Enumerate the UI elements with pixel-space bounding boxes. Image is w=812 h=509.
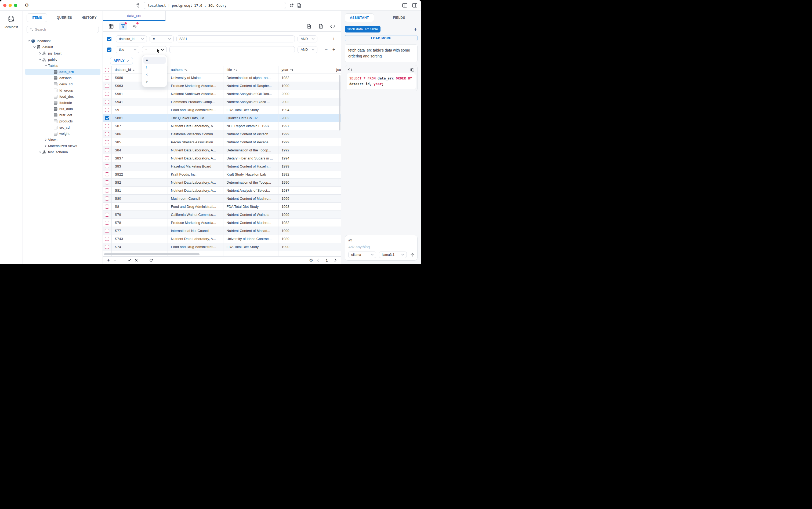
remove-row-button[interactable]: − — [113, 258, 116, 263]
tree-item-fd-group[interactable]: fd_group — [23, 87, 103, 94]
table-cell[interactable]: 1994 — [278, 106, 333, 114]
table-cell[interactable]: Quaker Oats Co. 02 — [223, 114, 278, 122]
row-checkbox[interactable] — [105, 221, 109, 225]
table-cell[interactable]: 1999 — [278, 210, 333, 218]
operator-option[interactable]: < — [143, 71, 166, 78]
load-more-button[interactable]: LOAD MORE — [345, 35, 417, 41]
table-cell[interactable]: S77 — [111, 227, 168, 235]
table-cell[interactable]: Food and Drug Administrati... — [168, 243, 223, 251]
remove-filter-2-button[interactable]: − — [324, 47, 329, 52]
row-checkbox[interactable] — [105, 245, 109, 249]
previous-page-button[interactable] — [317, 259, 319, 262]
operator-option[interactable]: = — [143, 57, 166, 64]
table-cell[interactable]: S8 — [111, 202, 168, 210]
table-row[interactable]: S9Food and Drug Administrati...FDA Total… — [103, 106, 341, 114]
table-cell[interactable]: FDA Total Diet Study — [223, 243, 278, 251]
filter-1-operator-select[interactable]: = — [149, 35, 174, 42]
tab-data-src[interactable]: data_src — [103, 11, 166, 21]
table-cell[interactable]: S74 — [111, 243, 168, 251]
tab-fields[interactable]: FIELDS — [393, 16, 405, 20]
table-cell[interactable]: S83 — [111, 162, 168, 170]
tree-item-materialized-views[interactable]: Materialized Views — [23, 143, 103, 149]
filter-2-operator-select[interactable]: = — [142, 46, 167, 53]
table-cell[interactable]: International Nut Council — [168, 227, 223, 235]
tree-item-src-cd[interactable]: src_cd — [23, 124, 103, 131]
table-cell[interactable]: National Sunflower Associa... — [168, 90, 223, 98]
table-cell[interactable]: Produce Marketing Associa... — [168, 218, 223, 227]
table-row[interactable]: S837Nutrient Data Laboratory, A...Dietar… — [103, 154, 341, 162]
sidebar-search[interactable] — [27, 26, 99, 33]
next-page-button[interactable] — [334, 259, 337, 262]
row-checkbox[interactable] — [105, 92, 109, 96]
table-cell[interactable]: S881 — [111, 114, 168, 122]
filter-1-value-input[interactable] — [176, 35, 295, 42]
table-row[interactable]: S77International Nut CouncilNutrient Con… — [103, 227, 341, 235]
export-file-icon[interactable] — [317, 22, 325, 30]
table-cell[interactable]: 1990 — [278, 81, 333, 90]
table-cell[interactable]: Kraft Study, Hazelton Lab — [223, 170, 278, 178]
page-number[interactable]: 1 — [323, 258, 331, 263]
table-cell[interactable]: Nutrient Data Laboratory, A... — [168, 178, 223, 186]
tree-item-test-schema[interactable]: test_schema — [23, 149, 103, 155]
tree-item-views[interactable]: Views — [23, 137, 103, 143]
row-checkbox[interactable] — [105, 164, 109, 168]
table-row[interactable]: S85Pecan Shellers AssociationNutrient Co… — [103, 138, 341, 146]
tree-item-data-src[interactable]: data_src — [25, 69, 100, 75]
table-cell[interactable]: S837 — [111, 154, 168, 162]
table-row[interactable]: S743Nutrient Data Laboratory, A...Univer… — [103, 235, 341, 243]
table-cell[interactable]: S85 — [111, 138, 168, 146]
table-cell[interactable]: Nutrient Data Laboratory, A... — [168, 186, 223, 194]
commit-changes-button[interactable] — [128, 259, 131, 262]
row-checkbox[interactable] — [105, 124, 109, 128]
remove-filter-1-button[interactable]: − — [324, 36, 329, 41]
table-cell[interactable]: Dietary Fiber and Sugars in ... — [223, 154, 278, 162]
table-cell[interactable]: 2000 — [278, 90, 333, 98]
table-row[interactable]: S74Food and Drug Administrati...FDA Tota… — [103, 243, 341, 251]
select-all-checkbox[interactable] — [105, 68, 109, 72]
add-filter-1-button[interactable]: + — [331, 36, 336, 41]
filter-1-enabled-checkbox[interactable] — [107, 37, 111, 41]
toggle-right-panel-icon[interactable] — [412, 3, 417, 7]
table-cell[interactable]: Nutrient Content of Macad... — [223, 227, 278, 235]
zoom-window-button[interactable] — [14, 4, 17, 7]
table-cell[interactable]: 1982 — [278, 74, 333, 81]
table-cell[interactable]: NDL Report Vitamin E 1997 — [223, 122, 278, 130]
import-file-icon[interactable] — [305, 22, 313, 30]
table-cell[interactable]: S82 — [111, 178, 168, 186]
table-cell[interactable]: S84 — [111, 146, 168, 154]
tree-item-footnote[interactable]: footnote — [23, 100, 103, 106]
chevron-open-icon[interactable] — [27, 39, 31, 42]
table-cell[interactable]: S743 — [111, 235, 168, 243]
table-cell[interactable]: 1989 — [278, 235, 333, 243]
table-cell[interactable]: Determination of the Tocop... — [223, 178, 278, 186]
chevron-closed-icon[interactable] — [43, 144, 48, 147]
table-row[interactable]: S83Hazelnut Marketing BoardNutrient Cont… — [103, 162, 341, 170]
refresh-icon[interactable] — [289, 3, 294, 8]
column-header-authors[interactable]: authors — [168, 66, 223, 74]
send-button[interactable] — [410, 253, 414, 257]
provider-select[interactable]: ollama — [348, 251, 376, 258]
row-checkbox[interactable] — [105, 108, 109, 112]
table-cell[interactable]: 1999 — [278, 130, 333, 138]
sql-file-icon[interactable] — [297, 3, 301, 8]
table-cell[interactable]: Nutrient Data Laboratory, A... — [168, 154, 223, 162]
table-cell[interactable]: S81 — [111, 186, 168, 194]
copy-icon[interactable] — [410, 68, 414, 72]
chevron-open-icon[interactable] — [32, 46, 37, 48]
tree-item-deriv-cd[interactable]: deriv_cd — [23, 81, 103, 87]
chevron-open-icon[interactable] — [43, 64, 48, 67]
table-cell[interactable]: Determination of alpha- an... — [223, 74, 278, 81]
table-cell[interactable]: S961 — [111, 90, 168, 98]
row-checkbox[interactable] — [105, 76, 109, 80]
table-cell[interactable]: 1993 — [278, 202, 333, 210]
row-checkbox[interactable] — [105, 237, 109, 241]
table-cell[interactable]: Nutrient Data Laboratory, A... — [168, 235, 223, 243]
add-filter-2-button[interactable]: + — [331, 47, 336, 52]
row-checkbox[interactable] — [105, 229, 109, 233]
mention-icon[interactable]: @ — [348, 238, 352, 242]
table-cell[interactable]: Nutrient Content of Raspbe... — [223, 81, 278, 90]
filter-2-enabled-checkbox[interactable] — [107, 47, 111, 52]
table-cell[interactable]: Nutrient Analysis of Select... — [223, 186, 278, 194]
table-cell[interactable]: S941 — [111, 98, 168, 106]
table-cell[interactable]: Nutrient Analysis of Black ... — [223, 98, 278, 106]
